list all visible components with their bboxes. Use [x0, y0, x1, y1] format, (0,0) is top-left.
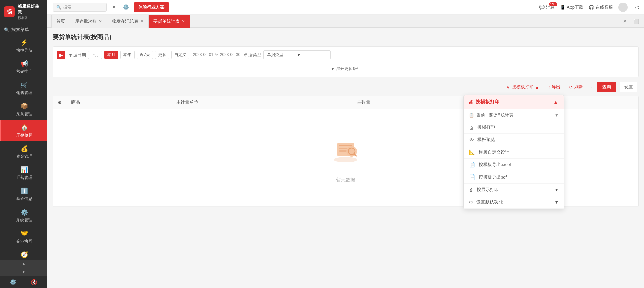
col-settings[interactable]: ⚙ — [53, 96, 66, 109]
dropdown-item-template-excel[interactable]: 📄 按模板导出excel — [464, 159, 564, 171]
nav-label-purchase: 采购管理 — [16, 111, 32, 117]
sidebar-item-marketing[interactable]: 📢营销推广 — [0, 57, 47, 78]
dropdown-item-template-print[interactable]: 🖨 模板打印 — [464, 121, 564, 134]
set-default-left: ⚙ 设置默认功能 — [469, 199, 503, 205]
print-dropdown-btn[interactable]: 🖨 按模板打印 ▲ — [503, 83, 542, 91]
expand-label: 展开更多条件 — [336, 66, 360, 72]
tab-collect-summary[interactable]: 收发存汇总表 ✕ — [107, 15, 149, 28]
sidebar-bottom: ⚙️ 🔇 — [0, 276, 47, 288]
date-filter-label: 单据日期 — [68, 52, 86, 58]
dropdown-display-print[interactable]: 🖨 按显示打印 ▼ — [464, 184, 564, 196]
sidebar-item-guide[interactable]: 🧭新手引导 — [0, 248, 47, 260]
sidebar-item-basic[interactable]: ℹ️基础信息 — [0, 184, 47, 205]
online-service-label: 在线客服 — [595, 4, 613, 10]
topbar-right: 💬 消息 99+ 📱 App下载 🎧 在线客服 Rit — [539, 3, 639, 12]
svg-point-0 — [334, 157, 357, 162]
sidebar-logo: 畅 畅康通好生意 标准版 — [0, 0, 47, 24]
username: Rit — [633, 5, 639, 10]
template-custom-icon: 📐 — [469, 149, 475, 155]
type-filter-select[interactable]: 单据类型 ▼ — [263, 50, 331, 59]
dropdown-print-icon: 🖨 — [468, 99, 473, 105]
tabbar: 首页 库存批次账 ✕ 收发存汇总表 ✕ 要货单统计表 ✕ ✕ ⬜ — [47, 15, 644, 28]
avatar[interactable] — [618, 3, 628, 12]
tab-collect-summary-close[interactable]: ✕ — [140, 19, 144, 24]
sidebar-item-operation[interactable]: 📊经营管理 — [0, 163, 47, 184]
online-service-btn[interactable]: 🎧 在线客服 — [589, 4, 613, 10]
sidebar-search[interactable]: 🔍 搜索菜单 — [0, 24, 47, 35]
sidebar-item-quick[interactable]: ⚡快捷导航 — [0, 35, 47, 57]
app-download-label: App下载 — [567, 4, 583, 10]
tab-maximize-btn[interactable]: ⬜ — [632, 17, 640, 25]
date-year-btn[interactable]: 本年 — [120, 51, 135, 59]
logo-main: 畅康通好生意 — [18, 3, 43, 15]
sidebar-item-purchase[interactable]: 📦采购管理 — [0, 99, 47, 120]
scroll-up-btn[interactable]: ▲ — [0, 260, 47, 268]
dropdown-item-template-preview[interactable]: 👁 模板预览 — [464, 134, 564, 146]
template-pdf-label: 按模板导出pdf — [479, 174, 507, 180]
date-current-btn[interactable]: 本月 — [104, 51, 118, 59]
logo-icon: 畅 — [4, 6, 15, 17]
app-download-btn[interactable]: 📱 App下载 — [560, 4, 583, 10]
date-filter-group: 单据日期 上月 本月 本年 近7天 更多 自定义 2023-06-01 至 20… — [68, 51, 240, 59]
tab-home[interactable]: 首页 — [51, 15, 70, 28]
expand-conditions-btn[interactable]: ▼ 展开更多条件 — [57, 64, 634, 74]
settings-bottom-icon[interactable]: ⚙️ — [10, 279, 17, 285]
display-print-chevron: ▼ — [554, 187, 559, 192]
date-custom-btn[interactable]: 自定义 — [171, 51, 189, 59]
type-filter-label: 单据类型 — [244, 52, 261, 58]
messages-btn[interactable]: 💬 消息 99+ — [539, 4, 555, 10]
date-prev-btn[interactable]: 上月 — [88, 51, 102, 59]
sidebar-item-finance[interactable]: 💰资金管理 — [0, 141, 47, 163]
refresh-btn[interactable]: ↺ 刷新 — [566, 83, 586, 91]
filter-toggle-btn[interactable]: ▶ — [57, 51, 65, 59]
svg-rect-2 — [339, 145, 352, 146]
tabbar-end: ✕ ⬜ — [621, 17, 640, 25]
nav-icon-sales: 🛒 — [21, 81, 28, 89]
export-label: 导出 — [552, 84, 560, 90]
online-service-icon: 🎧 — [589, 5, 594, 10]
tab-order-stats[interactable]: 要货单统计表 ✕ — [149, 15, 190, 28]
display-print-left: 🖨 按显示打印 — [469, 187, 499, 193]
date-more-btn[interactable]: 更多 — [155, 51, 169, 59]
topbar-search[interactable]: 🔍 搜索 — [53, 3, 107, 12]
col-product: 商品 — [66, 96, 172, 109]
settings-btn[interactable]: 设置 — [620, 82, 637, 92]
mute-bottom-icon[interactable]: 🔇 — [31, 279, 37, 285]
type-filter-chevron: ▼ — [297, 53, 301, 57]
topbar-dropdown-icon[interactable]: ▼ — [109, 4, 119, 11]
scroll-down-btn[interactable]: ▼ — [0, 268, 47, 276]
dropdown-item-template-custom[interactable]: 📐 模板自定义设计 — [464, 146, 564, 159]
tab-inventory-batch-close[interactable]: ✕ — [99, 19, 102, 24]
empty-text: 暂无数据 — [336, 177, 355, 183]
date-week7-btn[interactable]: 近7天 — [137, 51, 153, 59]
tab-order-stats-close[interactable]: ✕ — [182, 19, 185, 24]
date-range-display: 2023-06-01 至 2023-06-30 — [193, 52, 240, 58]
nav-icon-quick: ⚡ — [21, 39, 28, 46]
dropdown-current-label: 📋 当前：要货单统计表 ▼ — [464, 109, 564, 121]
nav-icon-guide: 🧭 — [21, 251, 28, 258]
nav-label-system: 系统管理 — [16, 217, 32, 223]
sidebar-item-enterprise[interactable]: 🤝企业协同 — [0, 226, 47, 248]
nav-icon-enterprise: 🤝 — [21, 230, 28, 237]
tab-inventory-batch[interactable]: 库存批次账 ✕ — [70, 15, 107, 28]
dropdown-set-default[interactable]: ⚙ 设置默认功能 ▼ — [464, 196, 564, 209]
dropdown-item-template-pdf[interactable]: 📄 按模板导出pdf — [464, 171, 564, 184]
tab-close-all-btn[interactable]: ✕ — [621, 17, 629, 25]
app-download-icon: 📱 — [560, 5, 565, 10]
set-default-icon: ⚙ — [469, 200, 473, 205]
topbar-gear-icon[interactable]: ⚙️ — [121, 3, 131, 12]
topbar-search-icon: 🔍 — [56, 5, 61, 10]
set-default-chevron: ▼ — [554, 200, 559, 205]
sidebar-item-system[interactable]: ⚙️系统管理 — [0, 205, 47, 226]
template-custom-label: 模板自定义设计 — [479, 149, 509, 155]
sidebar-item-sales[interactable]: 🛒销售管理 — [0, 78, 47, 99]
topbar: 🔍 搜索 ▼ ⚙️ 体验行业方案 💬 消息 99+ 📱 App下载 🎧 在线客服… — [47, 0, 644, 15]
dropdown-expand-icon[interactable]: ▲ — [552, 99, 559, 105]
content-area: 要货单统计表(按商品) ▶ 单据日期 上月 本月 本年 近7天 更多 自定义 2… — [47, 28, 644, 288]
set-default-label: 设置默认功能 — [476, 199, 503, 205]
query-btn[interactable]: 查询 — [597, 82, 616, 92]
nav-label-quick: 快捷导航 — [16, 47, 32, 53]
export-btn[interactable]: ↑ 导出 — [546, 83, 563, 91]
trial-btn[interactable]: 体验行业方案 — [134, 2, 169, 12]
sidebar-item-inventory[interactable]: 🏠库存核算 — [0, 120, 47, 141]
